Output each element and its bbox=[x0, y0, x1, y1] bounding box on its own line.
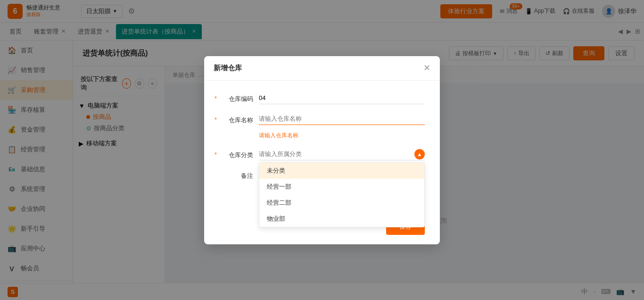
name-input[interactable] bbox=[259, 113, 425, 125]
dialog-close-btn[interactable]: ✕ bbox=[423, 64, 430, 72]
category-dropdown-toggle[interactable]: ▲ bbox=[414, 149, 425, 159]
form-row-name: 仓库名称 请输入仓库名称 bbox=[219, 113, 425, 140]
code-input[interactable] bbox=[259, 92, 425, 104]
dialog-body: 仓库编码 仓库名称 请输入仓库名称 仓库分类 ▲ bbox=[204, 81, 440, 213]
form-row-category: 仓库分类 ▲ 未分类 经营一部 经营二部 物业部 bbox=[219, 148, 425, 160]
form-row-code: 仓库编码 bbox=[219, 92, 425, 104]
dialog-title: 新增仓库 bbox=[214, 64, 242, 73]
dropdown-item-dept2[interactable]: 经营二部 bbox=[259, 195, 424, 211]
dropdown-item-dept1[interactable]: 经营一部 bbox=[259, 179, 424, 195]
category-input[interactable] bbox=[259, 148, 425, 160]
modal-overlay[interactable]: 新增仓库 ✕ 仓库编码 仓库名称 请输入仓库名称 仓库分类 bbox=[0, 0, 644, 300]
code-label: 仓库编码 bbox=[219, 92, 253, 103]
name-error-msg: 请输入仓库名称 bbox=[259, 132, 298, 139]
name-label: 仓库名称 bbox=[219, 113, 253, 125]
category-label: 仓库分类 bbox=[219, 148, 253, 159]
category-dropdown-list: 未分类 经营一部 经营二部 物业部 bbox=[259, 162, 425, 227]
category-select-wrapper: ▲ 未分类 经营一部 经营二部 物业部 bbox=[259, 148, 425, 160]
dropdown-item-property[interactable]: 物业部 bbox=[259, 211, 424, 227]
dialog-header: 新增仓库 ✕ bbox=[204, 56, 440, 81]
dropdown-item-uncategorized[interactable]: 未分类 bbox=[259, 163, 424, 179]
new-warehouse-dialog: 新增仓库 ✕ 仓库编码 仓库名称 请输入仓库名称 仓库分类 bbox=[204, 56, 440, 244]
note-label: 备注 bbox=[219, 169, 253, 180]
